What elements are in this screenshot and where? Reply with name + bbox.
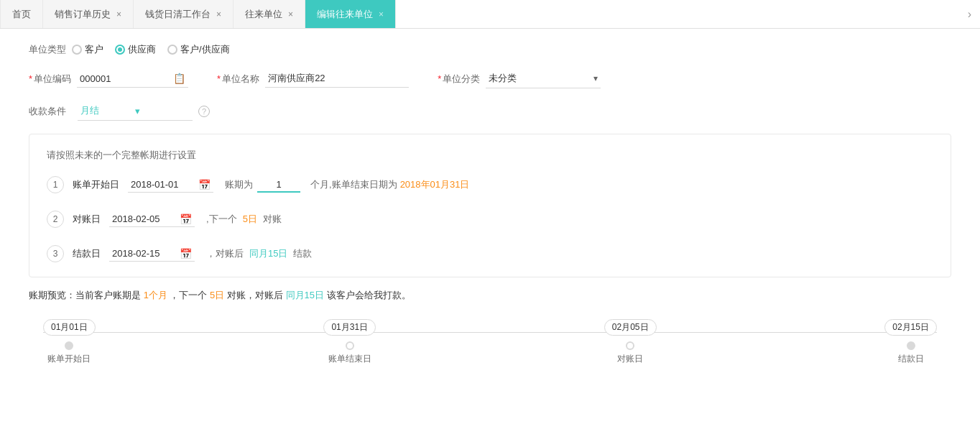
calendar-icon-1[interactable]: 📅 [198,179,211,190]
copy-icon[interactable]: 📋 [170,73,188,84]
tab-bar: 首页 销售订单历史 × 钱货日清工作台 × 往来单位 × 编辑往来单位 × › [0,0,980,29]
period-suffix-2a: ,下一个 [206,213,237,226]
timeline-sublabel-1: 账单开始日 [47,353,91,365]
unit-code-group: * 单位编码 📋 [29,70,188,88]
radio-group-unit-type: 客户 供应商 客户/供应商 [72,43,230,56]
tab-cash-work[interactable]: 钱货日清工作台 × [134,0,234,28]
radio-circle-supplier [115,45,125,55]
period-suffix-2b: 对账 [263,213,282,226]
timeline-point-1: 01月01日 账单开始日 [43,319,96,365]
unit-code-label: 单位编码 [34,73,71,86]
timeline-sublabel-3: 对账日 [617,353,643,365]
timeline-label-2: 01月31日 [323,319,376,336]
unit-category-dropdown[interactable]: 未分类 ▾ [486,69,601,88]
radio-label-customer: 客户 [85,43,103,56]
tab-label-cash: 钱货日清工作台 [145,8,211,21]
tab-close-sales[interactable]: × [116,9,121,19]
tab-more-button[interactable]: › [959,8,980,21]
preview-part3: 同月15日 [286,290,324,300]
unit-fields-row: * 单位编码 📋 * 单位名称 * 单位分类 未分类 ▾ [29,69,951,88]
unit-code-input-wrapper: 📋 [77,70,188,88]
period-label-1: 账单开始日 [73,178,119,191]
period-day-highlight-2: 5日 [243,213,257,226]
period-row-2: 2 对账日 📅 ,下一个 5日 对账 [47,211,933,228]
tab-close-cash[interactable]: × [216,9,221,19]
timeline-dot-1 [65,341,73,350]
preview-middle2: 对账，对账后 [227,290,283,300]
tab-home[interactable]: 首页 [0,0,43,28]
period-months-input-group [257,178,300,193]
unit-category-group: * 单位分类 未分类 ▾ [438,69,601,88]
select-arrow-icon: ▾ [135,106,190,116]
unit-name-input[interactable] [265,70,409,88]
timeline-wrapper: 01月01日 账单开始日 01月31日 账单结束日 02月05日 对账日 [29,319,951,365]
payment-terms-select[interactable]: 月结 ▾ [78,101,193,121]
tab-close-partner[interactable]: × [288,9,293,19]
radio-both[interactable]: 客户/供应商 [167,43,230,56]
payment-terms-label: 收款条件 [29,105,66,118]
period-num-1: 1 [47,176,64,193]
radio-label-supplier: 供应商 [128,43,156,56]
unit-code-input[interactable] [77,70,170,87]
tab-edit-partner[interactable]: 编辑往来单位 × [305,0,396,28]
unit-name-group: * 单位名称 [217,70,409,88]
period-end-date-highlight: 2018年01月31日 [400,178,470,191]
timeline-dot-4 [907,341,915,350]
unit-category-value: 未分类 [489,72,593,85]
preview-middle1: ，下一个 [170,290,207,300]
unit-type-label: 单位类型 [29,43,66,56]
calendar-icon-2[interactable]: 📅 [180,213,192,225]
help-icon[interactable]: ? [198,106,210,117]
period-num-3: 3 [47,245,64,262]
period-day-highlight-3: 同月15日 [249,247,287,260]
period-date-input-3: 📅 [109,247,195,262]
period-suffix-3a: ，对账后 [206,247,244,260]
payment-terms-value: 月结 [80,104,135,117]
timeline-label-3: 02月05日 [604,319,657,336]
period-box-title: 请按照未来的一个完整帐期进行设置 [47,149,933,162]
required-star-name: * [217,73,221,84]
preview-part1: 1个月 [144,290,167,300]
radio-circle-both [167,45,177,55]
preview-section: 账期预览：当前客户账期是 1个月 ，下一个 5日 对账，对账后 同月15日 该客… [29,277,951,365]
payment-terms-row: 收款条件 月结 ▾ ? [29,101,951,121]
preview-suffix: 该客户会给我打款。 [327,290,411,300]
tab-close-edit-partner[interactable]: × [379,9,384,19]
chevron-down-icon: ▾ [593,73,598,83]
radio-customer[interactable]: 客户 [72,43,103,56]
period-date-value-2[interactable] [112,213,177,224]
period-suffix-3b: 结款 [293,247,312,260]
period-date-value-3[interactable] [112,248,177,259]
tab-label-home: 首页 [12,8,31,21]
period-label-3: 结款日 [73,247,101,260]
period-suffix-1a: 账期为 [225,178,253,191]
period-months-input[interactable] [257,178,300,193]
timeline-dot-3 [626,341,634,350]
timeline-label-1: 01月01日 [43,319,96,336]
calendar-icon-3[interactable]: 📅 [180,248,192,259]
radio-circle-customer [72,45,82,55]
radio-supplier[interactable]: 供应商 [115,43,156,56]
tab-label-partner: 往来单位 [245,8,282,21]
timeline-point-2: 01月31日 账单结束日 [323,319,376,365]
tab-partner[interactable]: 往来单位 × [234,0,305,28]
period-row-3: 3 结款日 📅 ，对账后 同月15日 结款 [47,245,933,262]
unit-category-label: 单位分类 [443,73,480,86]
period-num-2: 2 [47,211,64,228]
unit-type-row: 单位类型 客户 供应商 客户/供应商 [29,43,951,56]
period-date-value-1[interactable] [131,179,195,190]
tab-label-sales: 销售订单历史 [55,8,111,21]
timeline-sublabel-4: 结款日 [898,353,924,365]
period-suffix-1b: 个月,账单结束日期为 [310,178,397,191]
period-settings-box: 请按照未来的一个完整帐期进行设置 1 账单开始日 📅 账期为 个月,账单结束日期… [29,134,951,277]
required-star-code: * [29,73,32,84]
main-content: 单位类型 客户 供应商 客户/供应商 * 单位编码 📋 [0,29,980,437]
timeline-dot-2 [346,341,354,350]
preview-prefix: 账期预览：当前客户账期是 [29,290,141,300]
timeline-points: 01月01日 账单开始日 01月31日 账单结束日 02月05日 对账日 [43,319,937,365]
tab-sales-history[interactable]: 销售订单历史 × [43,0,134,28]
preview-text: 账期预览：当前客户账期是 1个月 ，下一个 5日 对账，对账后 同月15日 该客… [29,289,951,302]
period-label-2: 对账日 [73,213,101,226]
timeline-label-4: 02月15日 [884,319,937,336]
preview-part2: 5日 [210,290,224,300]
